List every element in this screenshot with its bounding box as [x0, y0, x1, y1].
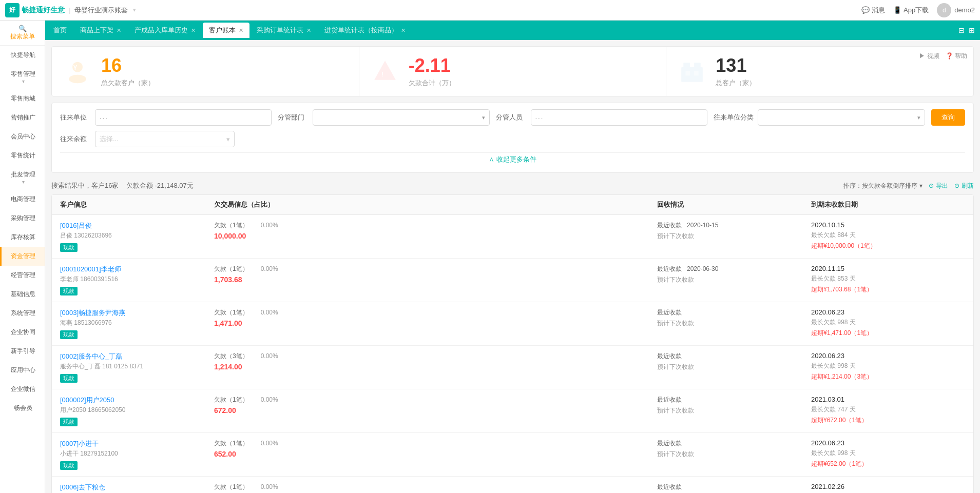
filter-category: 往来单位分类 ▾: [714, 109, 925, 126]
tab-close-icon-5[interactable]: ✕: [401, 27, 406, 34]
overdue-date-0: 2020.10.15: [811, 221, 965, 229]
debt-count-6: 欠款（1笔）: [214, 483, 248, 491]
customer-name-1[interactable]: [0001020001]李老师: [60, 265, 214, 274]
recovery-cell-6: 最近收款 预计下次收款: [657, 483, 811, 493]
debt-cell-2: 欠款（1笔） 1,471.00 0.00%: [214, 308, 657, 327]
sidebar-item-app-center[interactable]: 应用中心: [0, 361, 45, 380]
tab-goods-stats[interactable]: 进货单统计表（按商品） ✕: [318, 23, 412, 38]
search-label[interactable]: 搜索菜单: [3, 32, 42, 41]
overdue-link-3[interactable]: 超期¥1,214.00（3笔）: [811, 372, 965, 381]
col-customer-info: 客户信息: [60, 200, 214, 209]
debt-amount-5[interactable]: 652.00: [214, 450, 248, 458]
stat-card-total-customers: 131 总客户（家） ▶ 视频 ❓ 帮助: [666, 47, 973, 96]
total-customers-icon: [677, 56, 707, 87]
video-btn[interactable]: ▶ 视频: [919, 52, 939, 61]
sidebar-item-members[interactable]: 会员中心: [0, 127, 45, 146]
tab-close-icon-4[interactable]: ✕: [306, 27, 311, 34]
sidebar-item-marketing[interactable]: 营销推广: [0, 108, 45, 127]
sidebar-item-finance[interactable]: 资金管理: [0, 247, 45, 266]
search-button[interactable]: 查询: [931, 109, 965, 126]
tab-home[interactable]: 首页: [47, 23, 73, 38]
search-icon: 🔍: [3, 25, 42, 32]
user-avatar[interactable]: d demo2: [937, 3, 975, 17]
quicknav-label: 快捷导航: [5, 51, 42, 60]
help-icon: ❓: [946, 52, 953, 60]
debt-count-5: 欠款（1笔）: [214, 439, 248, 448]
sidebar-item-quicknav[interactable]: 快捷导航: [0, 46, 45, 65]
overdue-link-1[interactable]: 超期¥1,703.68（1笔）: [811, 285, 965, 294]
sidebar-item-guide[interactable]: 新手引导: [0, 342, 45, 361]
customer-name-3[interactable]: [0002]服务中心_丁磊: [60, 352, 214, 361]
recovery-cell-2: 最近收款 预计下次收款: [657, 308, 811, 328]
sort-button[interactable]: 排序：按欠款金额倒序排序 ▾: [843, 182, 923, 190]
dept-input[interactable]: ▾: [313, 109, 489, 126]
filter-area: 往来单位 ··· 分管部门 ▾ 分管人员: [51, 103, 974, 173]
debt-count-1: 欠款（1笔）: [214, 265, 248, 273]
balance-select[interactable]: 选择... ▾: [95, 131, 235, 147]
manager-input[interactable]: ···: [531, 109, 707, 126]
sidebar-item-system[interactable]: 系统管理: [0, 304, 45, 323]
sidebar-item-retail-mgmt[interactable]: 零售管理 ▾: [0, 65, 45, 89]
debt-count-3: 欠款（3笔）: [214, 352, 248, 361]
refresh-button[interactable]: ⊙ 刷新: [954, 182, 974, 190]
debt-pct-1: 0.00%: [261, 265, 278, 272]
sidebar-item-collab[interactable]: 企业协同: [0, 323, 45, 342]
debt-amount-3[interactable]: 1,214.00: [214, 363, 248, 371]
sidebar-item-inventory[interactable]: 库存核算: [0, 228, 45, 247]
overdue-link-5[interactable]: 超期¥652.00（1笔）: [811, 460, 965, 468]
debt-row-6: 欠款（1笔） 455.90 0.00%: [214, 483, 657, 493]
recovery-date-5: 预计下次收款: [657, 450, 811, 459]
dept-dropdown-icon: ▾: [482, 114, 485, 121]
collapse-button[interactable]: ∧ 收起更多条件: [60, 152, 965, 166]
svg-rect-7: [695, 63, 701, 68]
sidebar-item-operations[interactable]: 经营管理: [0, 266, 45, 285]
top-bar: 好 畅捷通好生意 | 母婴行业演示账套 ▾ 💬 消息 📱 App下载 d dem…: [0, 0, 980, 21]
category-input[interactable]: ▾: [758, 109, 925, 126]
tab-purchase-stats-label: 采购订单统计表: [257, 26, 303, 35]
customer-name-4[interactable]: [000002]用户2050: [60, 396, 214, 405]
overdue-link-0[interactable]: 超期¥10,000.00（1笔）: [811, 242, 965, 250]
sidebar-item-member[interactable]: 畅会员: [0, 399, 45, 418]
sidebar-search[interactable]: 🔍 搜索菜单: [0, 21, 45, 46]
debt-amount-4[interactable]: 672.00: [214, 406, 248, 415]
tab-storage-history[interactable]: 产成品入库单历史 ✕: [128, 23, 202, 38]
overdue-link-4[interactable]: 超期¥672.00（1笔）: [811, 416, 965, 425]
sidebar-item-enterprise-wechat[interactable]: 企业微信: [0, 380, 45, 399]
debt-total-number: -2.11: [409, 55, 656, 76]
tab-expand-icon[interactable]: ⊞: [969, 26, 975, 34]
tab-minimize-icon[interactable]: ⊟: [958, 26, 965, 34]
tab-customer-account[interactable]: 客户账本 ✕: [203, 23, 249, 38]
sidebar-item-wholesale-mgmt[interactable]: 批发管理 ▾: [0, 165, 45, 190]
tab-product-listing[interactable]: 商品上下架 ✕: [74, 23, 127, 38]
help-btn[interactable]: ❓ 帮助: [946, 52, 967, 61]
app-download-btn[interactable]: 📱 App下载: [893, 6, 929, 15]
customer-name-0[interactable]: [0016]吕俊: [60, 221, 214, 230]
customer-name-5[interactable]: [0007]小进干: [60, 439, 214, 448]
customer-name-6[interactable]: [0006]去下粮仓: [60, 483, 214, 492]
recovery-cell-0: 最近收款 2020-10-15 预计下次收款: [657, 221, 811, 241]
sidebar-item-retail-store[interactable]: 零售商城: [0, 89, 45, 108]
customer-name-2[interactable]: [0003]畅捷服务尹海燕: [60, 308, 214, 318]
customer-tag-1: 现款: [60, 287, 78, 295]
sidebar-item-retail-stats[interactable]: 零售统计: [0, 146, 45, 165]
tab-close-icon-3[interactable]: ✕: [239, 27, 243, 34]
message-btn[interactable]: 💬 消息: [861, 6, 885, 15]
source-unit-input[interactable]: ···: [95, 109, 272, 126]
overdue-link-2[interactable]: 超期¥1,471.00（1笔）: [811, 329, 965, 338]
customer-sub-2: 海燕 18513066976: [60, 319, 214, 327]
tab-close-icon-2[interactable]: ✕: [191, 27, 196, 34]
company-dropdown-arrow[interactable]: ▾: [133, 7, 136, 13]
customer-cell-0: [0016]吕俊 吕俊 13026203696 现款: [60, 221, 214, 252]
debt-amount-0[interactable]: 10,000.00: [214, 232, 248, 240]
recovery-date-1: 预计下次收款: [657, 275, 811, 284]
content-area: 首页 商品上下架 ✕ 产成品入库单历史 ✕ 客户账本 ✕ 采购订单统计表 ✕ 进…: [45, 21, 980, 493]
col-debt-info: 欠交易信息（占比）: [214, 200, 657, 209]
tab-close-icon[interactable]: ✕: [117, 27, 121, 34]
sidebar-item-basic-info[interactable]: 基础信息: [0, 285, 45, 304]
debt-amount-1[interactable]: 1,703.68: [214, 275, 248, 284]
sidebar-item-ecommerce[interactable]: 电商管理: [0, 190, 45, 209]
export-button[interactable]: ⊙ 导出: [929, 182, 948, 190]
debt-amount-2[interactable]: 1,471.00: [214, 319, 248, 327]
tab-purchase-stats[interactable]: 采购订单统计表 ✕: [251, 23, 317, 38]
sidebar-item-purchase[interactable]: 采购管理: [0, 209, 45, 228]
